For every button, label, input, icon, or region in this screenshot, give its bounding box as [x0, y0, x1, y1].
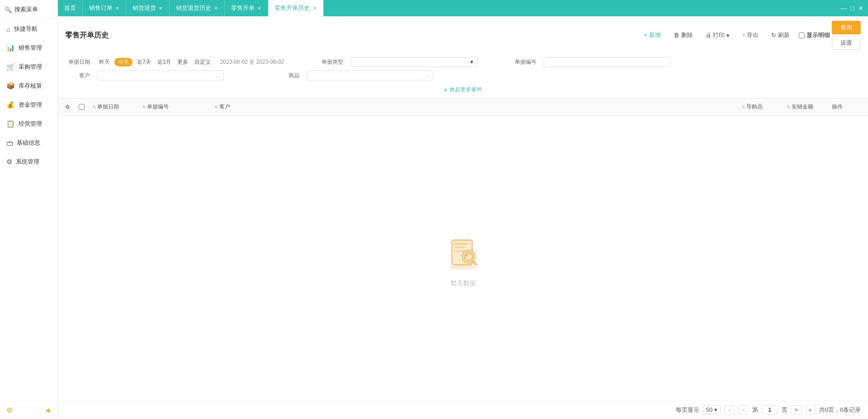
sidebar-item-system[interactable]: ⚙ 系统管理 [0, 152, 57, 171]
sidebar-item-quick-nav[interactable]: ⌂ 快捷导航 [0, 19, 57, 38]
goods-filter-input[interactable]: ... [307, 71, 433, 80]
shortcut-1month[interactable]: 近1月 [156, 58, 173, 66]
prev-page-btn[interactable]: < [738, 405, 749, 414]
select-all-checkbox[interactable] [79, 104, 85, 110]
add-button[interactable]: + 新增 [640, 29, 664, 41]
number-filter-input[interactable] [544, 57, 670, 67]
table-settings-icon: ⚙ [65, 104, 70, 110]
customer-ellipsis-icon: ... [215, 72, 220, 79]
table-col-amount[interactable]: ⇅ 实销金额 [783, 103, 828, 111]
page-title-row: 零售开单历史 + 新增 🗑 删除 🖨 打印 ▾ [65, 21, 861, 53]
sidebar-item-label: 采购管理 [19, 63, 42, 71]
refresh-button[interactable]: ↻ 刷新 [768, 29, 793, 41]
toolbar-right-buttons: 查询 设置 [832, 21, 861, 50]
sidebar-item-operations[interactable]: 📋 经营管理 [0, 114, 57, 133]
query-button[interactable]: 查询 [832, 21, 861, 34]
shortcut-yesterday[interactable]: 昨天 [97, 58, 112, 66]
tab-retail-history-close[interactable]: ✕ [313, 5, 317, 11]
empty-state: 暂无数据 [58, 116, 868, 400]
delete-button[interactable]: 🗑 删除 [670, 29, 697, 41]
sidebar-search[interactable]: 🔍 搜索采单 [0, 0, 57, 19]
tab-sales-return-history[interactable]: 销货退货历史 ✕ [170, 0, 225, 16]
tab-sales-return-close[interactable]: ✕ [159, 5, 163, 11]
table-col-customer[interactable]: ⇅ 客户 [211, 103, 738, 111]
tab-retail-history[interactable]: 零售开单历史 ✕ [268, 0, 323, 16]
display-detail-label: 显示明细 [806, 31, 830, 39]
type-filter-dropdown-icon: ▾ [470, 59, 473, 65]
svg-point-8 [465, 254, 468, 256]
display-detail-checkbox[interactable] [799, 33, 805, 38]
date-filter-label: 单据日期 [65, 58, 90, 66]
sidebar-nav: ⌂ 快捷导航 📊 销售管理 🛒 采购管理 📦 库存核算 💰 资金管理 📋 经营管… [0, 19, 57, 401]
sidebar-item-inventory[interactable]: 📦 库存核算 [0, 76, 57, 95]
shortcut-more[interactable]: 更多 [175, 58, 190, 66]
customer-filter-input[interactable]: ... [97, 71, 224, 80]
table-settings-btn[interactable]: ⚙ [62, 104, 75, 110]
window-maximize-btn[interactable]: □ [851, 5, 854, 12]
add-label: + 新增 [644, 31, 661, 39]
settings-footer-icon[interactable]: ⚙ [6, 406, 13, 414]
sidebar-item-label: 快捷导航 [14, 25, 38, 33]
settings-button[interactable]: 设置 [832, 36, 861, 50]
pagination: 每页显示 50 ▾ « < 第 页 > » 共0页，0条记录 [58, 400, 868, 419]
sort-icon-guide: ⇅ [741, 104, 745, 109]
sidebar-item-label: 库存核算 [19, 82, 42, 90]
table-col-number[interactable]: ⇅ 单据编号 [138, 103, 211, 111]
first-page-btn[interactable]: « [724, 405, 735, 414]
print-dropdown-icon[interactable]: ▾ [726, 32, 730, 39]
chart-icon: 📊 [6, 44, 15, 52]
table-header-checkbox[interactable] [75, 104, 89, 110]
tab-sales-return-label: 销货退货 [133, 4, 156, 12]
box-icon: 📦 [6, 82, 15, 90]
export-button[interactable]: ↑ 导出 [739, 29, 762, 41]
money-icon: 💰 [6, 101, 15, 109]
customer-filter-label: 客户 [65, 72, 90, 80]
page-number-input[interactable] [762, 405, 778, 414]
tab-retail-open-close[interactable]: ✕ [257, 5, 261, 11]
delete-label: 🗑 删除 [674, 31, 693, 39]
sidebar-item-sales-mgmt[interactable]: 📊 销售管理 [0, 38, 57, 57]
sidebar-search-label: 搜索采单 [14, 5, 38, 14]
col-date-label: 单据日期 [97, 103, 119, 111]
display-detail-toggle[interactable]: 显示明细 [799, 31, 830, 39]
tab-sales-return-history-close[interactable]: ✕ [214, 5, 218, 11]
type-filter-select[interactable]: ▾ [351, 57, 477, 67]
shortcut-custom[interactable]: 自定义 [193, 58, 213, 66]
tab-sales-return[interactable]: 销货退货 ✕ [126, 0, 170, 16]
svg-rect-2 [454, 243, 468, 245]
filter-row-1: 单据日期 昨天 今天 近7天 近1月 更多 自定义 2023-06-02 至 2… [65, 57, 861, 67]
export-label: ↑ 导出 [742, 31, 759, 39]
tab-sales-order-close[interactable]: ✕ [115, 5, 119, 11]
collapse-sidebar-icon[interactable]: ◄ [44, 406, 51, 414]
empty-text: 暂无数据 [451, 279, 476, 287]
window-minimize-btn[interactable]: — [841, 5, 847, 12]
shortcut-today[interactable]: 今天 [114, 58, 133, 66]
tab-sales-order[interactable]: 销售订单 ✕ [83, 0, 126, 16]
sidebar-item-finance[interactable]: 💰 资金管理 [0, 95, 57, 114]
clipboard-icon: 📋 [6, 120, 15, 128]
col-number-label: 单据编号 [147, 103, 169, 111]
table-col-guide[interactable]: ⇅ 导购员 [738, 103, 783, 111]
date-shortcuts: 昨天 今天 近7天 近1月 更多 自定义 [97, 58, 213, 66]
type-filter-label: 单据类型 [318, 58, 343, 66]
table-col-date[interactable]: ⇅ 单据日期 [89, 103, 138, 111]
sidebar-footer: ⚙ ◄ [0, 401, 57, 419]
page-header: 零售开单历史 + 新增 🗑 删除 🖨 打印 ▾ [58, 16, 868, 99]
shortcut-7days[interactable]: 近7天 [135, 58, 153, 66]
window-close-btn[interactable]: ✕ [858, 5, 863, 12]
total-info: 共0页，0条记录 [819, 406, 861, 414]
collapse-filter-btn[interactable]: ∧ 收起更多条件 [65, 84, 861, 96]
tab-sales-return-history-label: 销货退货历史 [176, 4, 211, 12]
sidebar-item-purchase-mgmt[interactable]: 🛒 采购管理 [0, 57, 57, 76]
print-button[interactable]: 🖨 打印 ▾ [702, 29, 734, 41]
last-page-btn[interactable]: » [805, 405, 816, 414]
per-page-label: 每页显示 [676, 406, 699, 414]
page-label-pre: 第 [752, 406, 758, 414]
tab-home[interactable]: 首页 [58, 0, 83, 16]
tab-bar-right: — □ ✕ [841, 5, 868, 12]
sidebar-item-basic-info[interactable]: 🗃 基础信息 [0, 133, 57, 152]
per-page-select[interactable]: 50 ▾ [703, 405, 721, 414]
tab-retail-open[interactable]: 零售开单 ✕ [225, 0, 268, 16]
tab-retail-open-label: 零售开单 [231, 4, 255, 12]
next-page-btn[interactable]: > [791, 405, 802, 414]
